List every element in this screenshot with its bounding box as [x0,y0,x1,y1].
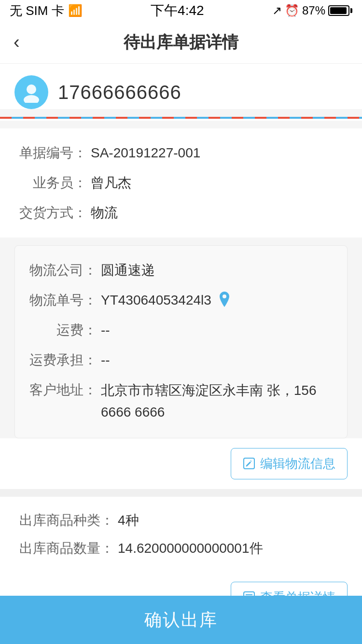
edit-logistics-label: 编辑物流信息 [260,455,335,472]
avatar [14,75,48,109]
carrier-label: 无 SIM 卡 [10,2,64,19]
customer-phone-section: 17666666666 [0,64,362,109]
freight-label: 运费： [29,320,97,340]
freight-bear-label: 运费承担： [29,350,97,370]
nav-bar: ‹ 待出库单据详情 [0,21,362,64]
logistics-tracking-label: 物流单号： [29,290,97,310]
address-value: 北京市市辖区海淀区永丰南 张，156 6666 6666 [101,380,333,423]
address-label: 客户地址： [29,380,97,400]
freight-value: -- [101,320,333,340]
delivery-value: 物流 [91,203,343,223]
address-row: 客户地址： 北京市市辖区海淀区永丰南 张，156 6666 6666 [29,380,333,423]
customer-phone: 17666666666 [58,82,181,103]
back-button[interactable]: ‹ [14,32,20,53]
goods-type-label: 出库商品种类： [19,511,114,530]
status-left: 无 SIM 卡 📶 [10,2,83,19]
page-title: 待出库单据详情 [124,31,238,54]
doc-number-label: 单据编号： [19,143,87,163]
logistics-company-value: 圆通速递 [101,260,333,280]
goods-quantity-value: 14.620000000000001件 [118,539,263,558]
doc-number-value: SA-20191227-001 [91,143,343,163]
svg-point-0 [27,84,36,94]
confirm-button[interactable]: 确认出库 [0,596,362,644]
delivery-label: 交货方式： [19,203,87,223]
svg-point-1 [24,95,39,103]
section-divider-1 [0,489,362,497]
logistics-company-label: 物流公司： [29,260,97,280]
edit-logistics-button[interactable]: 编辑物流信息 [231,448,348,479]
confirm-label: 确认出库 [144,608,218,632]
battery-percent: 87% [302,4,325,17]
logistics-card: 物流公司： 圆通速递 物流单号： YT43064053424l3 运费： -- … [14,245,348,438]
logistics-company-row: 物流公司： 圆通速递 [29,260,333,280]
logistics-tracking-value: YT43064053424l3 [101,290,333,310]
alarm-icon: ⏰ [285,4,299,17]
goods-type-row: 出库商品种类： 4种 [19,511,343,530]
tracking-location-icon[interactable] [217,292,232,309]
salesperson-value: 曾凡杰 [91,173,343,193]
goods-section: 出库商品种类： 4种 出库商品数量： 14.620000000000001件 [0,497,362,572]
delivery-row: 交货方式： 物流 [19,203,343,223]
status-bar: 无 SIM 卡 📶 下午4:42 ↗ ⏰ 87% [0,0,362,21]
doc-number-row: 单据编号： SA-20191227-001 [19,143,343,163]
goods-quantity-label: 出库商品数量： [19,539,114,558]
freight-bear-row: 运费承担： -- [29,350,333,370]
freight-row: 运费： -- [29,320,333,340]
location-icon: ↗ [272,4,282,17]
status-time: 下午4:42 [151,1,204,20]
battery-icon [328,5,352,16]
salesperson-row: 业务员： 曾凡杰 [19,173,343,193]
logistics-tracking-row: 物流单号： YT43064053424l3 [29,290,333,310]
freight-bear-value: -- [101,350,333,370]
status-right: ↗ ⏰ 87% [272,4,352,17]
goods-type-value: 4种 [118,511,139,530]
goods-quantity-row: 出库商品数量： 14.620000000000001件 [19,539,343,558]
salesperson-label: 业务员： [19,173,87,193]
edit-logistics-row: 编辑物流信息 [0,438,362,489]
dashed-divider [0,117,362,121]
wifi-icon: 📶 [68,4,83,17]
order-info-section: 单据编号： SA-20191227-001 业务员： 曾凡杰 交货方式： 物流 [0,128,362,238]
